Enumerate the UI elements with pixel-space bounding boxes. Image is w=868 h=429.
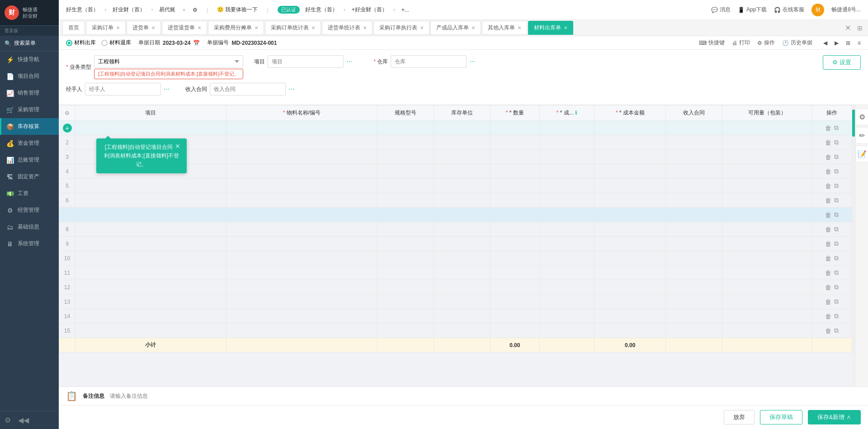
tab-close-other-in[interactable]: ✕ [518,25,521,30]
row-copy-btn[interactable]: ⧉ [834,240,839,248]
row-delete-btn[interactable]: 🗑 [825,226,831,233]
print-action[interactable]: 🖨 打印 [732,39,750,47]
row-copy-btn[interactable]: ⧉ [834,196,839,204]
row-copy-btn[interactable]: ⧉ [834,269,839,276]
sidebar-search[interactable]: 🔍 搜索菜单 [0,36,59,51]
sidebar-item-system[interactable]: 🖥 系统管理 [0,235,59,252]
sidebar-item-project-contract[interactable]: 📄 项目合同 [0,68,59,85]
discard-btn[interactable]: 放弃 [724,410,755,424]
income-contract-input[interactable] [210,83,286,95]
row-1-income-contract[interactable] [666,121,722,135]
row-copy-btn[interactable]: ⧉ [834,124,839,132]
sidebar-item-accounting[interactable]: 📊 总账管理 [0,152,59,168]
info-icon[interactable]: ℹ [575,110,577,116]
tab-purchase-exec[interactable]: 采购订单执行表 ✕ [373,21,429,35]
row-delete-btn[interactable]: 🗑 [825,255,831,262]
sidebar-item-salary[interactable]: 💵 工资 [0,185,59,202]
topbar-link-6[interactable]: +... [401,7,409,13]
tab-close-purchase-order[interactable]: ✕ [116,25,120,30]
grid-view-action[interactable]: ⊞ [846,40,850,46]
sidebar-item-shortcut[interactable]: ⚡ 快捷导航 [0,51,59,68]
topbar-link-2[interactable]: 好业财（首） [113,6,145,14]
sidebar-item-sales[interactable]: 📈 销售管理 [0,85,59,101]
tooltip-close[interactable]: ✕ [175,143,180,149]
tab-close-product-in[interactable]: ✕ [472,25,475,30]
tab-purchase-expense[interactable]: 采购费用分摊单 ✕ [208,21,264,35]
income-contract-dots[interactable]: ··· [288,85,294,93]
prev-action[interactable]: ◀ [823,40,827,46]
row-copy-btn[interactable]: ⧉ [834,211,839,219]
tab-close-purchase-stat[interactable]: ✕ [311,25,315,30]
tab-bar-close-btn[interactable]: ✕ [841,24,854,32]
row-copy-btn[interactable]: ⧉ [834,298,839,305]
tab-purchase-return[interactable]: 进货退货单 ✕ [162,21,207,35]
row-copy-btn[interactable]: ⧉ [834,167,839,175]
warehouse-dots[interactable]: ··· [469,57,475,66]
row-1-project-input[interactable] [78,125,223,131]
table-gear-icon[interactable]: ⚙ [65,110,70,116]
history-action[interactable]: 🕐 历史单据 [782,39,812,47]
tab-purchase-in[interactable]: 进货单 ✕ [127,21,161,35]
business-type-select[interactable]: 工程领料 直接领料 [94,55,243,68]
row-1-project[interactable]: ✕ [工程领料]自动登记项目合同利润表材料成本;[直接领料]不登记。 [75,121,226,135]
row-1-qty[interactable] [490,121,539,135]
row-delete-btn[interactable]: 🗑 [825,313,831,320]
sidebar-item-purchase[interactable]: 🛒 采购管理 [0,101,59,118]
scroll-indicator[interactable] [852,105,855,386]
row-1-material-input[interactable] [229,125,374,131]
tab-close-material-out[interactable]: ✕ [564,25,567,30]
row-delete-btn[interactable]: 🗑 [825,269,831,276]
row-delete-btn[interactable]: 🗑 [825,153,831,161]
right-panel-settings-btn[interactable]: ⚙ [855,109,868,125]
tab-close-goods-stat[interactable]: ✕ [363,25,367,30]
settings-icon[interactable]: ⚙ [5,416,11,424]
topbar-link-1[interactable]: 好生意（首） [66,6,99,14]
warehouse-input[interactable] [391,55,467,68]
row-copy-btn[interactable]: ⧉ [834,138,839,146]
tab-close-purchase-return[interactable]: ✕ [198,25,201,30]
row-delete-btn[interactable]: 🗑 [825,284,831,291]
handler-input[interactable] [85,83,161,95]
add-row-btn[interactable]: + [63,124,72,133]
next-action[interactable]: ▶ [835,40,839,46]
calendar-icon[interactable]: 📅 [193,40,200,46]
user-avatar[interactable]: 财 [811,4,824,16]
row-1-cost[interactable] [539,121,594,135]
tab-material-out[interactable]: 材料出库单 ✕ [528,21,573,35]
row-1-material[interactable] [226,121,377,135]
row-delete-btn[interactable]: 🗑 [825,139,831,146]
row-copy-btn[interactable]: ⧉ [834,182,839,190]
row-1-cost-amount[interactable] [594,121,666,135]
row-1-unit[interactable] [434,121,490,135]
row-delete-btn[interactable]: 🗑 [825,182,831,190]
sidebar-item-basic-info[interactable]: 🗂 基础信息 [0,219,59,235]
sidebar-item-fixed-assets[interactable]: 🏗 固定资产 [0,168,59,185]
row-copy-btn[interactable]: ⧉ [834,312,839,320]
sidebar-item-inventory[interactable]: 📦 库存核算 [0,118,59,135]
row-delete-btn[interactable]: 🗑 [825,240,831,248]
tab-close-purchase-exec[interactable]: ✕ [420,25,424,30]
radio-material-out[interactable]: 材料出库 [66,39,96,47]
row-copy-btn[interactable]: ⧉ [834,254,839,262]
shortcut-action[interactable]: ⌨ 快捷键 [699,39,725,47]
tab-bar-more-btn[interactable]: ⊞ [855,24,864,32]
tab-product-in[interactable]: 产成品入库单 ✕ [430,21,481,35]
tab-purchase-stat[interactable]: 采购订单统计表 ✕ [265,21,321,35]
tab-purchase-order[interactable]: 采购订单 ✕ [86,21,126,35]
topbar-experience[interactable]: 🙂 我要体验一下 [217,6,258,14]
project-input[interactable] [268,55,344,68]
row-delete-btn[interactable]: 🗑 [825,124,831,132]
row-copy-btn[interactable]: ⧉ [834,225,839,233]
right-panel-pen-btn[interactable]: ✏ [855,127,868,144]
save-draft-btn[interactable]: 保存草稿 [760,410,802,424]
sidebar-item-operations[interactable]: ⚙ 经营管理 [0,202,59,219]
row-delete-btn[interactable]: 🗑 [825,168,831,175]
topbar-link-5[interactable]: +好业财（首） [352,6,387,14]
settings-btn[interactable]: ⚙ 设置 [823,55,861,70]
remarks-input[interactable] [110,393,861,399]
topbar-app-download[interactable]: 📱 App下载 [738,6,767,14]
tab-goods-stat[interactable]: 进货单统计表 ✕ [322,21,373,35]
row-copy-btn[interactable]: ⧉ [834,327,839,334]
row-delete-btn[interactable]: 🗑 [825,298,831,305]
save-new-btn[interactable]: 保存&新增 ∧ [808,410,861,424]
